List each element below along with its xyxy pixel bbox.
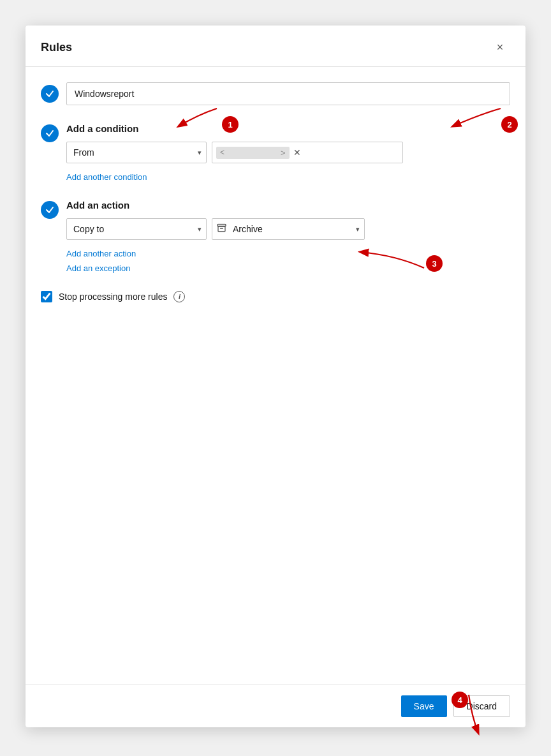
email-chip-lt-bracket: < (220, 148, 224, 157)
info-icon[interactable]: i (173, 291, 185, 302)
rule-name-input[interactable] (66, 82, 510, 105)
discard-button[interactable]: Discard (453, 695, 510, 717)
close-button[interactable]: × (490, 37, 510, 57)
condition-section: Add a condition From To Subject Has atta… (41, 123, 510, 184)
action-check (41, 201, 59, 219)
add-action-button[interactable]: Add another action (66, 246, 136, 261)
dialog-header: Rules × (26, 26, 525, 67)
dialog-footer: Save Discard (26, 685, 525, 727)
from-select-wrapper[interactable]: From To Subject Has attachment Date ▾ (66, 142, 207, 163)
email-input-area[interactable]: < > ✕ (212, 142, 403, 163)
archive-wrapper[interactable]: Archive Inbox Drafts Sent Items Deleted … (212, 218, 365, 240)
archive-select[interactable]: Archive Inbox Drafts Sent Items Deleted … (212, 218, 365, 240)
email-clear-icon[interactable]: ✕ (293, 147, 301, 158)
from-select[interactable]: From To Subject Has attachment Date (66, 142, 207, 163)
add-condition-button[interactable]: Add another condition (66, 170, 147, 184)
condition-check (41, 124, 59, 142)
rules-dialog: Rules × Add a condition (26, 26, 525, 727)
rule-name-row (41, 82, 510, 105)
email-gt-bracket: > (281, 148, 286, 158)
action-content: Add an action Copy to Move to Delete Mar… (66, 200, 510, 276)
stop-processing-label: Stop processing more rules (59, 292, 167, 302)
action-title: Add an action (66, 200, 510, 211)
condition-row: From To Subject Has attachment Date ▾ < (66, 142, 510, 163)
rule-name-check (41, 85, 59, 103)
dialog-title: Rules (41, 41, 72, 54)
condition-title: Add a condition (66, 123, 510, 134)
copy-to-wrapper[interactable]: Copy to Move to Delete Mark as read Flag… (66, 218, 207, 240)
action-row: Copy to Move to Delete Mark as read Flag… (66, 218, 510, 240)
copy-to-select[interactable]: Copy to Move to Delete Mark as read Flag (66, 218, 207, 240)
action-section: Add an action Copy to Move to Delete Mar… (41, 200, 510, 276)
email-chip: < > (216, 147, 290, 159)
add-exception-button[interactable]: Add an exception (66, 261, 130, 276)
stop-processing-row: Stop processing more rules i (41, 291, 510, 302)
condition-content: Add a condition From To Subject Has atta… (66, 123, 510, 184)
stop-processing-checkbox[interactable] (41, 291, 52, 302)
save-button[interactable]: Save (401, 695, 447, 717)
dialog-body: Add a condition From To Subject Has atta… (26, 67, 525, 685)
email-chip-input[interactable] (227, 148, 278, 158)
